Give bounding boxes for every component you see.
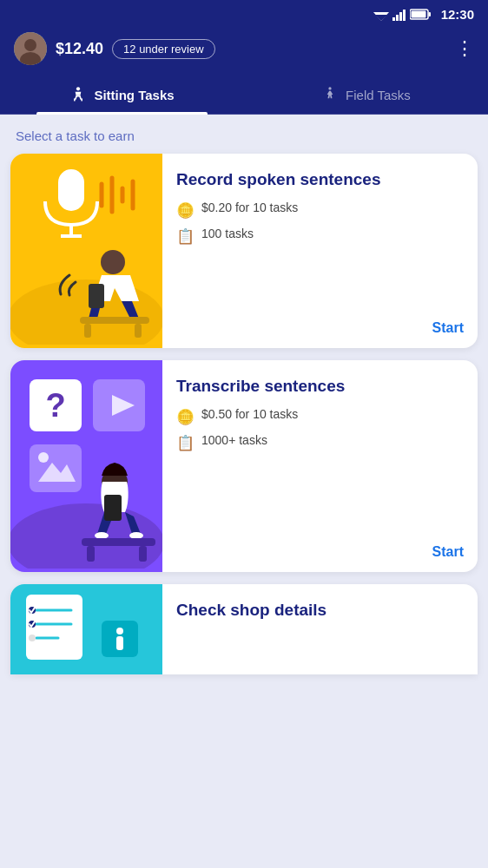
svg-rect-41 <box>87 546 95 562</box>
status-icons <box>373 9 431 21</box>
task-card-record: Record spoken sentences 🪙 $0.20 for 10 t… <box>10 154 478 348</box>
start-button-transcribe[interactable]: Start <box>432 544 464 560</box>
svg-rect-2 <box>392 17 395 21</box>
svg-rect-8 <box>411 11 425 18</box>
sitting-tasks-label: Sitting Tasks <box>94 88 174 102</box>
svg-point-49 <box>29 635 36 641</box>
card-content-record: Record spoken sentences 🪙 $0.20 for 10 t… <box>162 154 478 348</box>
tab-field-tasks[interactable]: Field Tasks <box>244 76 488 114</box>
money-icon-2: 🪙 <box>176 408 195 426</box>
svg-point-10 <box>24 39 36 51</box>
card-content-checkshop: Check shop details <box>162 584 478 674</box>
svg-rect-43 <box>26 595 82 660</box>
header: $12.40 12 under review ⋮ <box>0 25 488 76</box>
task-card-checkshop: Check shop details <box>10 584 478 674</box>
svg-rect-42 <box>139 546 147 562</box>
money-icon: 🪙 <box>176 201 195 220</box>
balance-amount: $12.40 <box>56 40 103 58</box>
card-tasks-transcribe: 📋 1000+ tasks <box>176 433 464 452</box>
field-tasks-label: Field Tasks <box>346 88 411 102</box>
wifi-icon <box>373 9 389 21</box>
svg-point-51 <box>116 628 123 635</box>
svg-rect-28 <box>135 324 142 338</box>
svg-text:?: ? <box>45 387 65 424</box>
svg-rect-17 <box>58 169 84 211</box>
svg-rect-25 <box>89 284 104 308</box>
start-button-record[interactable]: Start <box>432 320 464 336</box>
svg-rect-40 <box>82 538 155 546</box>
svg-rect-7 <box>428 12 431 16</box>
status-time: 12:30 <box>441 7 474 22</box>
main-content: Select a task to earn <box>0 115 488 868</box>
svg-point-37 <box>95 532 109 539</box>
battery-icon <box>410 9 431 20</box>
svg-marker-1 <box>375 15 387 21</box>
svg-point-15 <box>328 87 331 89</box>
svg-point-38 <box>129 532 143 539</box>
task-card-transcribe: ? <box>10 360 478 572</box>
review-badge[interactable]: 12 under review <box>112 39 215 59</box>
signal-icon <box>392 9 406 21</box>
svg-point-24 <box>101 250 125 274</box>
avatar <box>14 32 47 65</box>
svg-rect-14 <box>82 98 83 101</box>
svg-rect-5 <box>403 10 406 21</box>
svg-rect-26 <box>80 317 149 324</box>
card-pay-transcribe: 🪙 $0.50 for 10 tasks <box>176 407 464 426</box>
tab-sitting-tasks[interactable]: Sitting Tasks <box>0 76 244 114</box>
card-tasks-record: 📋 100 tasks <box>176 227 464 246</box>
card-title-record: Record spoken sentences <box>176 169 464 190</box>
svg-rect-39 <box>104 495 122 521</box>
status-bar: 12:30 <box>0 0 488 25</box>
card-image-record <box>10 154 162 348</box>
card-pay-record: 🪙 $0.20 for 10 tasks <box>176 201 464 220</box>
card-image-transcribe: ? <box>10 360 162 572</box>
card-action-transcribe: Start <box>176 537 464 560</box>
section-title: Select a task to earn <box>0 115 488 154</box>
card-action-record: Start <box>176 313 464 336</box>
sitting-icon <box>69 86 87 103</box>
svg-rect-27 <box>84 324 91 338</box>
card-content-transcribe: Transcribe sentences 🪙 $0.50 for 10 task… <box>162 360 478 572</box>
walking-icon <box>321 86 339 103</box>
card-image-checkshop <box>10 584 162 674</box>
svg-point-35 <box>38 452 49 463</box>
svg-rect-13 <box>74 98 76 101</box>
list-icon-2: 📋 <box>176 434 195 452</box>
svg-point-12 <box>76 87 80 90</box>
list-icon: 📋 <box>176 227 195 246</box>
svg-rect-52 <box>116 636 123 650</box>
more-options-button[interactable]: ⋮ <box>455 37 474 60</box>
svg-rect-3 <box>396 15 399 21</box>
tabs-bar: Sitting Tasks Field Tasks <box>0 76 488 115</box>
svg-rect-4 <box>399 12 402 21</box>
card-title-checkshop: Check shop details <box>176 600 464 621</box>
card-title-transcribe: Transcribe sentences <box>176 376 464 397</box>
